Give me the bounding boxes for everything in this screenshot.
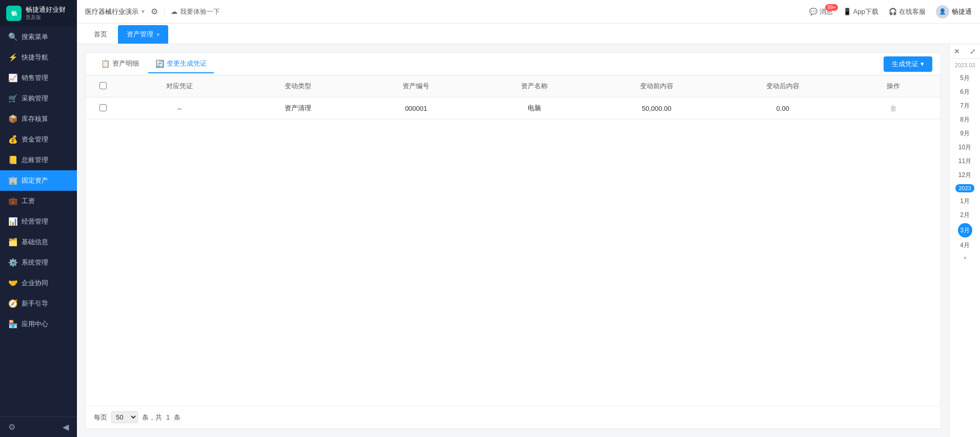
rp-month-9月[interactable]: 9月 [958,127,971,141]
rp-months-after: 1月2月3月4月 [958,194,972,252]
company-selector[interactable]: 医疗器械行业演示 ▾ [85,7,145,16]
sidebar-item-sales[interactable]: 📈 销售管理 [0,68,77,88]
sidebar-label-system: 系统管理 [22,258,48,267]
rp-scroll-down[interactable]: ▾ [950,252,980,264]
sidebar-item-system[interactable]: ⚙️ 系统管理 [0,252,77,273]
collapse-icon[interactable]: ◀ [63,422,69,432]
rp-expand-icon[interactable]: ⤢ [970,47,976,55]
row-checkbox-cell [86,97,121,120]
sidebar-item-purchase[interactable]: 🛒 采购管理 [0,88,77,109]
sidebar-label-ledger: 总账管理 [22,155,48,165]
sidebar-icon-purchase: 🛒 [8,94,17,103]
sidebar-item-collab[interactable]: 🤝 企业协同 [0,273,77,293]
table-body: -- 资产清理 000001 电脑 50,000.00 0.00 🗑 [86,97,941,120]
row-op: 🗑 [846,97,941,120]
suffix-label: 条 [174,413,181,422]
sidebar-icon-appstore: 🏪 [8,320,17,329]
sidebar-item-guide[interactable]: 🧭 新手引导 [0,293,77,314]
rp-month-12月[interactable]: 12月 [958,168,971,182]
rp-month-4月[interactable]: 4月 [958,239,972,252]
col-header-voucher: 对应凭证 [121,75,239,97]
select-all-checkbox[interactable] [99,82,107,89]
sidebar-bottom: ⚙ ◀ [0,416,77,437]
sidebar-label-basic: 基础信息 [22,237,48,247]
sidebar-item-biz[interactable]: 📊 经营管理 [0,211,77,232]
rp-months-before: 5月6月7月8月9月10月11月12月 [958,71,971,182]
tab-change-voucher[interactable]: 🔄 变更生成凭证 [148,55,214,73]
online-service-button[interactable]: 🎧 在线客服 [889,7,926,16]
sidebar-item-ledger[interactable]: 📒 总账管理 [0,150,77,170]
row-code: 000001 [357,97,475,120]
messages-button[interactable]: 💬 消息 99+ [809,7,833,16]
delete-row-icon[interactable]: 🗑 [890,104,897,112]
topbar-right: 💬 消息 99+ 📱 App下载 🎧 在线客服 👤 畅捷通 [809,5,972,18]
row-checkbox[interactable] [99,104,107,111]
sidebar-item-quicknav[interactable]: ⚡ 快捷导航 [0,47,77,68]
rp-month-1月[interactable]: 1月 [958,194,972,208]
cloud-icon: ☁ [171,8,177,15]
table-header-row: 对应凭证 变动类型 资产编号 资产名称 变动前内容 变动后内容 操作 [86,75,941,97]
data-table-wrap: 对应凭证 变动类型 资产编号 资产名称 变动前内容 变动后内容 操作 -- 资产… [86,75,941,406]
sidebar-item-basic[interactable]: 🗂️ 基础信息 [0,232,77,252]
rp-month-3月[interactable]: 3月 [958,223,972,237]
sidebar-icon-quicknav: ⚡ [8,53,17,62]
sidebar-icon-fixed: 🏢 [8,176,17,185]
sidebar-label-purchase: 采购管理 [22,94,48,103]
main-content: 医疗器械行业演示 ▾ ⚙ ☁ 我要体验一下 💬 消息 99+ 📱 App下载 🎧… [77,0,980,437]
service-icon: 🎧 [889,8,897,15]
unit-label: 条，共 [142,413,162,422]
rp-year-badge: 2023 [955,184,974,192]
rp-month-10月[interactable]: 10月 [958,141,971,154]
tab-asset-detail[interactable]: 📋 资产明细 [94,55,146,73]
rp-month-8月[interactable]: 8月 [958,113,971,127]
company-name: 医疗器械行业演示 [85,7,138,16]
dropdown-arrow-icon: ▾ [921,60,924,68]
tab-close-icon[interactable]: × [156,31,159,37]
sidebar-item-search[interactable]: 🔍 搜索菜单 [0,27,77,47]
per-page-label: 每页 [94,413,107,422]
rp-month-7月[interactable]: 7月 [958,99,971,113]
message-icon: 💬 [809,8,817,15]
per-page-select[interactable]: 50 10 20 100 [111,411,138,423]
sidebar-label-biz: 经营管理 [22,217,48,226]
sidebar-nav: 🔍 搜索菜单 ⚡ 快捷导航 📈 销售管理 🛒 采购管理 📦 库存核算 💰 资金管… [0,27,77,416]
sidebar-item-funds[interactable]: 💰 资金管理 [0,129,77,150]
total-count: 1 [166,413,170,421]
change-voucher-icon: 🔄 [155,59,164,68]
rp-month-2月[interactable]: 2月 [958,208,972,222]
right-panel: ✕ ⤢ 2023.03 5月6月7月8月9月10月11月12月 2023 1月2… [949,44,980,437]
tab-asset-management[interactable]: 资产管理 × [118,25,168,44]
rp-month-11月[interactable]: 11月 [958,154,971,168]
rp-close-icon[interactable]: ✕ [954,47,960,55]
settings-icon[interactable]: ⚙ [8,422,15,432]
row-voucher: -- [121,97,239,120]
sidebar-icon-search: 🔍 [8,32,17,42]
sub-tabs: 📋 资产明细 🔄 变更生成凭证 生成凭证 ▾ [86,53,941,75]
row-name: 电脑 [475,97,594,120]
rp-month-5月[interactable]: 5月 [958,71,971,85]
sidebar-item-appstore[interactable]: 🏪 应用中心 [0,314,77,334]
rp-month-6月[interactable]: 6月 [958,85,971,99]
col-header-name: 资产名称 [475,75,594,97]
user-menu[interactable]: 👤 畅捷通 [936,5,972,18]
sidebar-icon-funds: 💰 [8,135,17,144]
sidebar-label-salary: 工资 [22,196,35,206]
experience-button[interactable]: ☁ 我要体验一下 [171,7,220,16]
sidebar-item-fixed[interactable]: 🏢 固定资产 [0,170,77,191]
sidebar-item-salary[interactable]: 💼 工资 [0,191,77,211]
generate-voucher-button[interactable]: 生成凭证 ▾ [884,56,932,72]
sidebar-label-fixed: 固定资产 [22,176,48,185]
rp-year-display: 2023.03 [953,59,977,71]
sidebar-icon-biz: 📊 [8,217,17,226]
sidebar-label-guide: 新手引导 [22,299,48,308]
sidebar-icon-sales: 📈 [8,73,17,83]
topbar: 医疗器械行业演示 ▾ ⚙ ☁ 我要体验一下 💬 消息 99+ 📱 App下载 🎧… [77,0,980,24]
tab-home[interactable]: 首页 [85,25,116,44]
col-header-code: 资产编号 [357,75,475,97]
sidebar-label-inventory: 库存核算 [22,114,48,124]
app-download-button[interactable]: 📱 App下载 [843,7,878,16]
topbar-settings-icon[interactable]: ⚙ [151,7,158,16]
col-header-op: 操作 [846,75,941,97]
asset-detail-icon: 📋 [101,59,110,68]
sidebar-item-inventory[interactable]: 📦 库存核算 [0,109,77,129]
